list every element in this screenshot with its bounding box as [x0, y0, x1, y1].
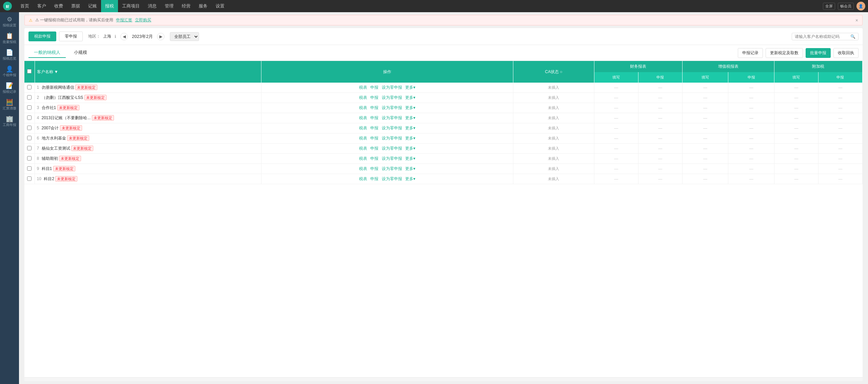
row-name: 7 杨仙女工资测试 未更新核定: [35, 144, 261, 154]
row-col-4: —: [774, 123, 818, 133]
op-declare[interactable]: 申报: [370, 156, 378, 161]
op-declare[interactable]: 申报: [370, 166, 378, 171]
op-zero-declare[interactable]: 设为零申报: [382, 176, 402, 181]
row-col-4: —: [774, 83, 818, 93]
row-checkbox[interactable]: [27, 126, 32, 130]
op-zero-declare[interactable]: 设为零申报: [382, 105, 402, 110]
personal-tax-icon: 👤: [6, 66, 13, 72]
op-more[interactable]: 更多▾: [405, 85, 415, 90]
nav-customer[interactable]: 客户: [33, 0, 50, 12]
nav-account[interactable]: 记账: [84, 0, 101, 12]
tab-tax-declaration[interactable]: 税款申报: [28, 31, 56, 41]
table-row: 1 勿册新税网络通信 未更新核定 税表 申报 设为零申报 更多▾ 未插入 ———…: [24, 83, 863, 93]
row-checkbox[interactable]: [27, 166, 32, 171]
nav-home[interactable]: 首页: [16, 0, 33, 12]
op-declare[interactable]: 申报: [370, 136, 378, 141]
tab-small-scale[interactable]: 小规模: [68, 48, 93, 58]
btn-update-tax[interactable]: 更新税定及取数: [766, 48, 803, 58]
op-tax-table[interactable]: 税表: [359, 126, 367, 130]
row-checkbox[interactable]: [27, 136, 32, 140]
fullscreen-btn[interactable]: 全屏: [823, 3, 835, 10]
op-tax-table[interactable]: 税表: [359, 115, 367, 120]
op-tax-table[interactable]: 税表: [359, 95, 367, 100]
op-declare[interactable]: 申报: [370, 95, 378, 100]
op-more[interactable]: 更多▾: [405, 126, 415, 130]
op-tax-table[interactable]: 税表: [359, 176, 367, 181]
row-checkbox[interactable]: [27, 146, 32, 150]
op-zero-declare[interactable]: 设为零申报: [382, 95, 402, 100]
op-more[interactable]: 更多▾: [405, 156, 415, 161]
op-zero-declare[interactable]: 设为零申报: [382, 85, 402, 90]
sidebar-item-settlement[interactable]: 🧮 汇算清缴: [0, 97, 19, 113]
nav-business[interactable]: 工商项目: [118, 0, 144, 12]
op-more[interactable]: 更多▾: [405, 115, 415, 120]
op-declare[interactable]: 申报: [370, 85, 378, 90]
op-more[interactable]: 更多▾: [405, 95, 415, 100]
op-tax-table[interactable]: 税表: [359, 146, 367, 151]
op-declare[interactable]: 申报: [370, 146, 378, 151]
op-more[interactable]: 更多▾: [405, 136, 415, 141]
op-tax-table[interactable]: 税表: [359, 105, 367, 110]
row-checkbox[interactable]: [27, 156, 32, 161]
nav-fee[interactable]: 收费: [50, 0, 67, 12]
sidebar-item-annual-report[interactable]: 🏢 工商年报: [0, 113, 19, 130]
op-more[interactable]: 更多▾: [405, 166, 415, 171]
tab-zero-declaration[interactable]: 零申报: [59, 31, 83, 41]
nav-settings[interactable]: 设置: [212, 0, 229, 12]
row-checkbox[interactable]: [27, 85, 32, 89]
member-btn[interactable]: 畅会员: [838, 3, 854, 10]
row-col-3: —: [728, 93, 774, 103]
search-input[interactable]: [795, 34, 849, 39]
op-declare[interactable]: 申报: [370, 176, 378, 181]
nav-message[interactable]: 消息: [144, 0, 161, 12]
row-checkbox[interactable]: [27, 95, 32, 100]
op-zero-declare[interactable]: 设为零申报: [382, 146, 402, 151]
op-declare[interactable]: 申报: [370, 105, 378, 110]
nav-tax[interactable]: 报税: [101, 0, 118, 12]
row-checkbox[interactable]: [27, 115, 32, 120]
row-checkbox-cell: [24, 113, 35, 123]
op-zero-declare[interactable]: 设为零申报: [382, 136, 402, 141]
btn-collect-receipt[interactable]: 收取回执: [833, 48, 859, 58]
op-zero-declare[interactable]: 设为零申报: [382, 156, 402, 161]
op-zero-declare[interactable]: 设为零申报: [382, 115, 402, 120]
sidebar-item-tax-record[interactable]: 📝 报税记录: [0, 80, 19, 97]
nav-manage[interactable]: 管理: [161, 0, 178, 12]
tab-general-taxpayer[interactable]: 一般的纳税人: [28, 48, 66, 58]
bottom-scrollbar: [24, 377, 863, 381]
nav-service[interactable]: 服务: [195, 0, 212, 12]
notice-link-report[interactable]: 申报汇签: [116, 17, 132, 23]
notice-link-buy[interactable]: 立即购买: [135, 17, 151, 23]
search-icon[interactable]: 🔍: [850, 34, 855, 39]
user-avatar[interactable]: 👤: [856, 2, 865, 10]
row-checkbox[interactable]: [27, 105, 32, 110]
staff-dropdown[interactable]: 全部员工: [170, 32, 199, 41]
nav-bill[interactable]: 票据: [67, 0, 84, 12]
sidebar-item-tax-overview[interactable]: 📄 报税总览: [0, 47, 19, 63]
notice-close-btn[interactable]: ×: [855, 18, 858, 23]
op-tax-table[interactable]: 税表: [359, 156, 367, 161]
op-tax-table[interactable]: 税表: [359, 85, 367, 90]
sidebar-item-personal-tax[interactable]: 👤 个税申报: [0, 63, 19, 80]
op-declare[interactable]: 申报: [370, 126, 378, 130]
select-all-checkbox[interactable]: [27, 69, 32, 73]
nav-operation[interactable]: 经营: [178, 0, 195, 12]
row-ca-status: 未插入: [513, 93, 594, 103]
main-panel: 税款申报 零申报 地区： 上海 ℹ ◀ 2023年2月 ▶ 全部员工 🔍: [24, 28, 863, 381]
sidebar-item-tax-settings[interactable]: ⚙ 报税设置: [0, 14, 19, 30]
row-col-2: —: [682, 93, 728, 103]
op-more[interactable]: 更多▾: [405, 176, 415, 181]
op-more[interactable]: 更多▾: [405, 105, 415, 110]
btn-batch-declare[interactable]: 批量申报: [806, 48, 831, 58]
sidebar-item-batch-tax[interactable]: 📋 批量报税: [0, 30, 19, 47]
op-tax-table[interactable]: 税表: [359, 136, 367, 141]
op-zero-declare[interactable]: 设为零申报: [382, 166, 402, 171]
btn-declaration-record[interactable]: 申报记录: [738, 48, 763, 58]
prev-month-btn[interactable]: ◀: [120, 33, 128, 40]
row-checkbox[interactable]: [27, 176, 32, 181]
op-declare[interactable]: 申报: [370, 115, 378, 120]
next-month-btn[interactable]: ▶: [157, 33, 164, 40]
op-more[interactable]: 更多▾: [405, 146, 415, 151]
op-tax-table[interactable]: 税表: [359, 166, 367, 171]
op-zero-declare[interactable]: 设为零申报: [382, 126, 402, 130]
